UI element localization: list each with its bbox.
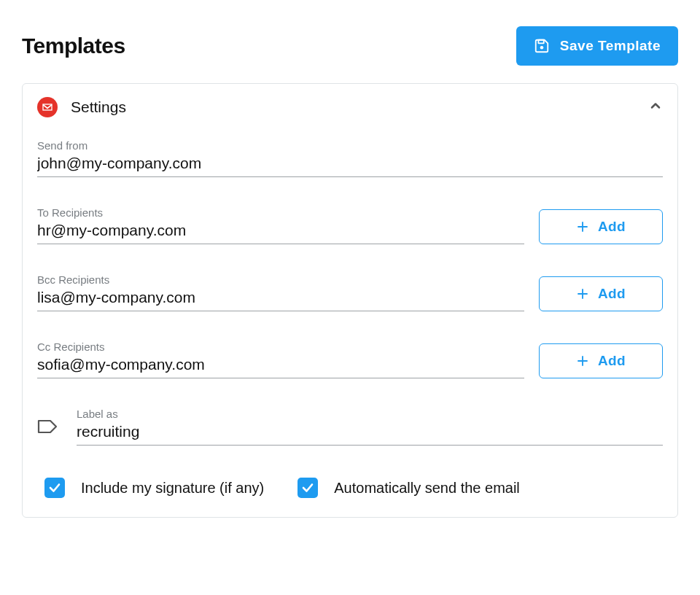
plus-icon (576, 287, 589, 300)
page-title: Templates (22, 34, 125, 58)
label-as-label: Label as (77, 408, 663, 420)
bcc-label: Bcc Recipients (37, 273, 524, 286)
label-as-row: Label as (37, 408, 663, 446)
svg-point-1 (540, 46, 544, 50)
add-cc-recipient-button[interactable]: Add (539, 343, 663, 378)
plus-icon (576, 220, 589, 233)
add-button-label: Add (598, 286, 626, 302)
checkbox-row: Include my signature (if any) Automatica… (37, 478, 663, 498)
checkbox-checked-icon (44, 478, 65, 498)
include-signature-label: Include my signature (if any) (81, 480, 264, 497)
add-to-recipient-button[interactable]: Add (539, 209, 663, 244)
bcc-recipients-row: Bcc Recipients Add (37, 273, 663, 311)
cc-input[interactable] (37, 354, 524, 378)
gmail-logo-icon (37, 97, 58, 117)
label-as-input[interactable] (77, 421, 663, 446)
include-signature-checkbox[interactable]: Include my signature (if any) (44, 478, 264, 498)
add-button-label: Add (598, 219, 626, 235)
save-button-label: Save Template (560, 38, 661, 54)
to-label: To Recipients (37, 206, 524, 219)
label-icon (37, 418, 59, 435)
to-input[interactable] (37, 220, 524, 244)
send-from-field: Send from (37, 139, 663, 177)
add-button-label: Add (598, 353, 626, 369)
cc-label: Cc Recipients (37, 341, 524, 353)
save-template-button[interactable]: Save Template (516, 26, 678, 66)
header-row: Templates Save Template (22, 26, 678, 66)
card-title: Settings (71, 98, 635, 116)
svg-rect-0 (538, 40, 543, 44)
settings-card: Settings Send from To Recipients Add Bcc… (22, 83, 678, 518)
send-from-label: Send from (37, 139, 663, 152)
send-from-input[interactable] (37, 153, 663, 177)
to-recipients-row: To Recipients Add (37, 206, 663, 244)
auto-send-checkbox[interactable]: Automatically send the email (298, 478, 520, 498)
add-bcc-recipient-button[interactable]: Add (539, 276, 663, 311)
chevron-up-icon[interactable] (648, 98, 663, 116)
plus-icon (576, 354, 589, 368)
bcc-input[interactable] (37, 287, 524, 311)
checkbox-checked-icon (298, 478, 318, 498)
auto-send-label: Automatically send the email (334, 480, 520, 497)
save-icon (534, 38, 550, 54)
cc-recipients-row: Cc Recipients Add (37, 341, 663, 378)
card-header[interactable]: Settings (37, 97, 663, 117)
